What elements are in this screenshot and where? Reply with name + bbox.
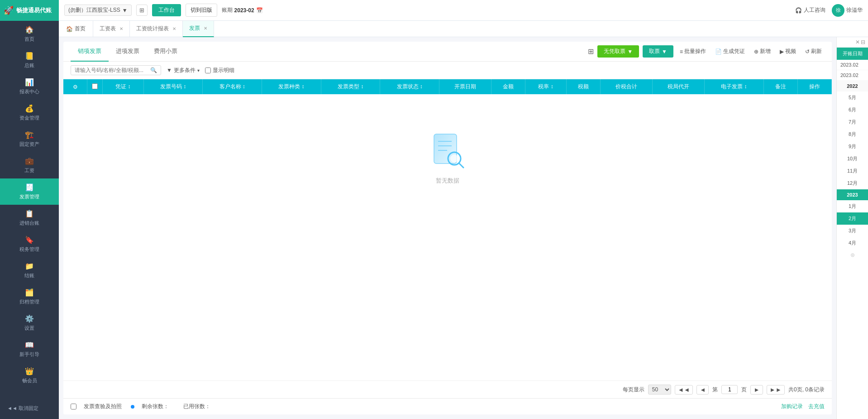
batch-ops-btn[interactable]: ≡ 批量操作 xyxy=(677,45,709,58)
page-input[interactable]: 1 xyxy=(721,385,738,394)
th-customer[interactable]: 客户名称 ↕ xyxy=(203,79,262,94)
sidebar-item-label: 发票管理 xyxy=(19,193,39,200)
th-invoice-no[interactable]: 发票号码 ↕ xyxy=(143,79,203,94)
tab-home[interactable]: 🏠 首页 xyxy=(59,21,93,37)
sidebar-item-invoice[interactable]: 🧾 发票管理 xyxy=(0,178,59,205)
month-2023-2[interactable]: 2月 xyxy=(837,212,868,225)
new-btn[interactable]: ⊕ 新增 xyxy=(751,45,773,58)
fixed-assets-icon: 🏗️ xyxy=(25,130,34,139)
th-tax-amount: 价税合计 xyxy=(600,79,652,94)
th-invoice-type[interactable]: 发票种类 ↕ xyxy=(262,79,321,94)
get-ticket-btn[interactable]: 取票 ▼ xyxy=(643,45,673,58)
month-2023-4[interactable]: 4月 xyxy=(837,237,868,249)
unpin-sidebar-btn[interactable]: ◄◄ 取消固定 xyxy=(5,402,54,414)
sidebar-item-member[interactable]: 👑 畅会员 xyxy=(0,362,59,389)
home-tab-label: 首页 xyxy=(75,25,86,33)
month-2023-3[interactable]: 3月 xyxy=(837,225,868,237)
search-input[interactable] xyxy=(75,67,148,73)
last-page-btn[interactable]: ►► xyxy=(767,385,785,395)
close-salary-stats-tab[interactable]: ✕ xyxy=(172,26,176,31)
sidebar-item-closing[interactable]: 📁 结账 xyxy=(0,257,59,284)
th-invoice-status[interactable]: 发票状态 ↕ xyxy=(380,79,439,94)
sidebar-item-label: 新手引导 xyxy=(19,351,39,358)
more-conditions-btn[interactable]: ▼ 更多条件 ▾ xyxy=(167,67,200,74)
tab-salary-stats[interactable]: 工资统计报表 ✕ xyxy=(130,21,183,37)
sidebar-item-fixed-assets[interactable]: 🏗️ 固定资产 xyxy=(0,126,59,152)
add-more-link[interactable]: 去充值 xyxy=(808,403,825,410)
show-detail-checkbox[interactable] xyxy=(205,67,211,73)
sidebar-item-tax[interactable]: 🔖 税务管理 xyxy=(0,231,59,257)
th-amount: 金额 xyxy=(491,79,525,94)
panel-expand-btn[interactable]: ⊟ xyxy=(861,39,865,45)
sidebar-item-reports[interactable]: 📊 报表中心 xyxy=(0,73,59,100)
first-page-btn[interactable]: ◄◄ xyxy=(675,385,693,395)
support-btn[interactable]: 🎧 人工咨询 xyxy=(795,6,825,14)
empty-illustration xyxy=(427,130,468,171)
th-settings[interactable]: ⚙ xyxy=(63,79,87,94)
month-label: 11月 xyxy=(847,168,858,173)
sub-tab-expense[interactable]: 费用小票 xyxy=(147,42,185,62)
sidebar-item-archive[interactable]: 🗂️ 归档管理 xyxy=(0,284,59,310)
verify-indicator xyxy=(131,405,134,409)
close-salary-tab[interactable]: ✕ xyxy=(119,26,123,31)
company-copy-btn[interactable]: ⊞ xyxy=(136,5,148,16)
prev-page-btn[interactable]: ◄ xyxy=(696,385,709,395)
period-calendar-icon: 📅 xyxy=(256,7,263,14)
date-entry-2[interactable]: 2023.02 xyxy=(837,70,868,81)
period-value: 2023-02 xyxy=(234,7,254,14)
panel-close-btn[interactable]: ✕ xyxy=(855,39,860,45)
app-logo: 🚀 畅捷通易代账 xyxy=(0,0,59,21)
select-all-checkbox[interactable] xyxy=(92,83,98,89)
tab-salary[interactable]: 工资表 ✕ xyxy=(93,21,130,37)
grid-view-icon[interactable]: ⊞ xyxy=(588,47,594,56)
month-2022-10[interactable]: 10月 xyxy=(837,153,868,165)
old-version-btn[interactable]: 切到旧版 xyxy=(186,4,217,17)
month-label: 12月 xyxy=(847,180,858,186)
month-2022-8[interactable]: 8月 xyxy=(837,128,868,140)
th-tax-rate[interactable]: 税率 ↕ xyxy=(525,79,567,94)
month-2022-9[interactable]: 9月 xyxy=(837,140,868,153)
date-entry-1[interactable]: 2023.02 xyxy=(837,60,868,70)
next-page-btn[interactable]: ► xyxy=(750,385,763,395)
per-page-select[interactable]: 20 50 100 xyxy=(648,385,671,395)
user-avatar-btn[interactable]: 徐 徐溢华 xyxy=(832,4,863,17)
user-initials: 徐 xyxy=(836,7,841,14)
sidebar-item-label: 报表中心 xyxy=(19,88,39,95)
th-electronic[interactable]: 电子发票 ↕ xyxy=(705,79,764,94)
scroll-down-icon: ⊛ xyxy=(837,249,868,261)
open-period-panel-title[interactable]: 开账日期 xyxy=(837,48,868,60)
month-2022-6[interactable]: 6月 xyxy=(837,104,868,116)
filter-bar: 🔍 ▼ 更多条件 ▾ 显示明细 xyxy=(63,62,832,79)
show-detail-label: 显示明细 xyxy=(213,67,234,74)
sidebar-item-home[interactable]: 🏠 首页 xyxy=(0,21,59,47)
sidebar-item-purchase-sales[interactable]: 📋 进销台账 xyxy=(0,205,59,231)
verify-checkbox[interactable] xyxy=(71,404,76,409)
sidebar-item-guide[interactable]: 📖 新手引导 xyxy=(0,336,59,362)
month-label: 5月 xyxy=(849,95,856,100)
th-invoice-category[interactable]: 发票类型 ↕ xyxy=(321,79,380,94)
generate-voucher-btn[interactable]: 📄 生成凭证 xyxy=(712,45,748,58)
no-voucher-btn[interactable]: 无凭取票 ▼ xyxy=(597,45,639,58)
sidebar-item-salary[interactable]: 💼 工资 xyxy=(0,152,59,178)
month-2022-5[interactable]: 5月 xyxy=(837,92,868,104)
sidebar-item-ledger[interactable]: 📒 总账 xyxy=(0,47,59,73)
add-record-link[interactable]: 加购记录 xyxy=(781,403,803,410)
video-btn[interactable]: ▶ 视频 xyxy=(777,45,799,58)
refresh-btn[interactable]: ↺ 刷新 xyxy=(802,45,825,58)
sidebar-item-label: 税务管理 xyxy=(19,246,39,253)
sub-tab-purchase[interactable]: 进项发票 xyxy=(109,42,147,62)
sidebar-item-settings[interactable]: ⚙️ 设置 xyxy=(0,310,59,336)
month-2022-7[interactable]: 7月 xyxy=(837,116,868,128)
th-voucher[interactable]: 凭证 ↕ xyxy=(103,79,144,94)
month-2022-11[interactable]: 11月 xyxy=(837,165,868,177)
tab-invoice[interactable]: 发票 ✕ xyxy=(183,21,214,37)
more-conditions-label: 更多条件 xyxy=(174,67,196,74)
close-invoice-tab[interactable]: ✕ xyxy=(204,26,207,31)
sub-tab-sales[interactable]: 销项发票 xyxy=(71,42,109,62)
month-2023-1[interactable]: 1月 xyxy=(837,200,868,212)
month-2022-12[interactable]: 12月 xyxy=(837,177,868,189)
sidebar-item-funds[interactable]: 💰 资金管理 xyxy=(0,100,59,126)
work-btn[interactable]: 工作台 xyxy=(152,4,181,16)
company-selector[interactable]: (勿删）江西股宝-LSS ▼ xyxy=(64,5,132,16)
th-checkbox[interactable] xyxy=(87,79,103,94)
